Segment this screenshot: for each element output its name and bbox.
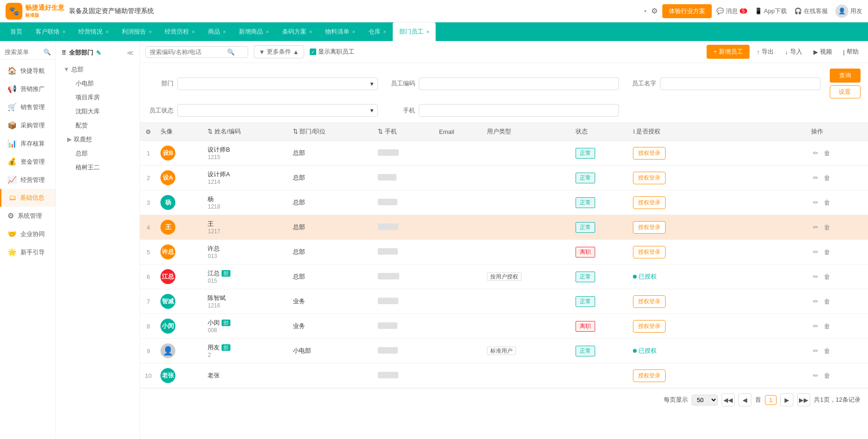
dept-node-2[interactable]: 项目库房 (56, 91, 139, 105)
nav-tab-close-icon[interactable]: × (149, 29, 152, 35)
delete-button[interactable]: 🗑 (822, 223, 832, 231)
edit-button[interactable]: ✏ (811, 322, 820, 330)
col-name[interactable]: ⇅ 姓名/编码 (204, 123, 289, 141)
sidebar-item-guide[interactable]: 🌟新手引导 (0, 243, 56, 261)
edit-button[interactable]: ✏ (811, 149, 820, 157)
auth-button[interactable]: 授权登录 (633, 196, 666, 209)
sidebar-item-quick-nav[interactable]: 🏠快捷导航 (0, 62, 56, 80)
first-page-button[interactable]: ◀◀ (722, 393, 735, 406)
auth-button[interactable]: 授权登录 (633, 147, 666, 160)
employee-search-input[interactable] (150, 49, 224, 56)
show-resigned-toggle[interactable]: ✓ 显示离职员工 (310, 48, 354, 56)
trial-button[interactable]: 体验行业方案 (662, 4, 712, 18)
next-page-button[interactable]: ▶ (780, 393, 793, 406)
nav-tab-客户联络[interactable]: 客户联络× (29, 22, 72, 41)
col-phone[interactable]: ⇅ 手机 (374, 123, 435, 141)
search-input[interactable] (5, 49, 41, 56)
nav-tab-close-icon[interactable]: × (266, 29, 269, 35)
more-filter-button[interactable]: ▼ 更多条件 ▲ (254, 45, 304, 58)
delete-button[interactable]: 🗑 (822, 322, 832, 330)
delete-button[interactable]: 🗑 (822, 199, 832, 206)
edit-button[interactable]: ✏ (811, 372, 820, 379)
dept-filter-select[interactable]: ▾ (177, 77, 378, 90)
delete-button[interactable]: 🗑 (822, 298, 832, 305)
prev-page-button[interactable]: ◀ (738, 393, 751, 406)
emp-status-select[interactable]: ▾ (177, 104, 378, 117)
delete-button[interactable]: 🗑 (822, 248, 832, 256)
col-dept[interactable]: ⇅ 部门/职位 (289, 123, 374, 141)
edit-button[interactable]: ✏ (811, 174, 820, 181)
auth-button[interactable]: 授权登录 (633, 172, 666, 184)
edit-button[interactable]: ✏ (811, 347, 820, 355)
edit-button[interactable]: ✏ (811, 298, 820, 305)
query-button[interactable]: 查询 (830, 69, 861, 83)
delete-button[interactable]: 🗑 (822, 347, 832, 355)
delete-button[interactable]: 🗑 (822, 174, 832, 181)
dept-all[interactable]: ⠿ 全部部门 ✎ (62, 49, 101, 57)
video-button[interactable]: ▶ 视频 (810, 46, 836, 58)
nav-tab-close-icon[interactable]: × (309, 29, 312, 35)
nav-tab-新增商品[interactable]: 新增商品× (232, 22, 275, 41)
phone-input[interactable] (419, 104, 619, 117)
add-employee-button[interactable]: + 新增员工 (707, 45, 749, 59)
nav-tab-close-icon[interactable]: × (62, 29, 65, 35)
delete-button[interactable]: 🗑 (822, 273, 832, 280)
sidebar-item-marketing[interactable]: 📢营销推广 (0, 80, 56, 98)
sidebar-item-operation[interactable]: 📈经营管理 (0, 171, 56, 189)
dept-node-1[interactable]: 小电部 (56, 77, 139, 91)
dept-edit-icon[interactable]: ✎ (96, 49, 101, 56)
edit-button[interactable]: ✏ (811, 199, 820, 206)
delete-button[interactable]: 🗑 (822, 372, 832, 379)
sidebar-item-stock[interactable]: 📊库存核算 (0, 134, 56, 153)
per-page-select[interactable]: 50 20 100 (692, 395, 718, 405)
edit-button[interactable]: ✏ (811, 223, 820, 231)
edit-button[interactable]: ✏ (811, 248, 820, 256)
edit-button[interactable]: ✏ (811, 273, 820, 280)
dept-node-3[interactable]: 沈阳大库 (56, 105, 139, 118)
auth-button[interactable]: 授权登录 (633, 246, 666, 258)
emp-code-input[interactable] (419, 77, 619, 90)
nav-tab-商品[interactable]: 商品× (201, 22, 232, 41)
auth-button[interactable]: 授权登录 (633, 221, 666, 234)
nav-tab-close-icon[interactable]: × (383, 29, 386, 35)
nav-tab-利润报告[interactable]: 利润报告× (115, 22, 158, 41)
nav-tab-首页[interactable]: 首页 (4, 22, 29, 41)
sidebar-item-system[interactable]: ⚙系统管理 (0, 207, 56, 225)
system-dropdown-arrow[interactable]: ▾ (644, 8, 646, 14)
help-button[interactable]: | 帮助 (840, 46, 862, 58)
nav-tab-仓库[interactable]: 仓库× (362, 22, 393, 41)
nav-tab-close-icon[interactable]: × (223, 29, 226, 35)
nav-tab-close-icon[interactable]: × (426, 29, 429, 35)
nav-tab-close-icon[interactable]: × (192, 29, 194, 35)
resigned-checkbox[interactable]: ✓ (310, 49, 316, 55)
dept-node-7[interactable]: 植树王二 (56, 160, 139, 174)
nav-tab-close-icon[interactable]: × (352, 29, 355, 35)
nav-tab-物料清单[interactable]: 物料清单× (319, 22, 361, 41)
sidebar-item-basic[interactable]: 🗂基础信息 (0, 189, 56, 207)
col-settings[interactable]: ⚙ (140, 123, 157, 141)
set-button[interactable]: 设置 (830, 85, 861, 98)
sidebar-item-finance[interactable]: 💰资金管理 (0, 153, 56, 171)
nav-tab-条码方案[interactable]: 条码方案× (276, 22, 319, 41)
auth-button[interactable]: 授权登录 (633, 369, 666, 382)
export-button[interactable]: ↑ 导出 (753, 46, 778, 58)
nav-tab-经营情况[interactable]: 经营情况× (72, 22, 115, 41)
settings-icon[interactable]: ⚙ (651, 7, 658, 15)
sidebar-item-sales[interactable]: 🛒销售管理 (0, 98, 56, 116)
delete-button[interactable]: 🗑 (822, 149, 832, 157)
nav-tab-部门员工[interactable]: 部门员工× (393, 22, 436, 41)
sidebar-item-collab[interactable]: 🤝企业协同 (0, 225, 56, 243)
emp-name-input[interactable] (660, 77, 820, 90)
import-button[interactable]: ↓ 导入 (781, 46, 806, 58)
sidebar-item-purchase[interactable]: 📦采购管理 (0, 116, 56, 134)
nav-tab-经营历程[interactable]: 经营历程× (158, 22, 201, 41)
nav-tab-close-icon[interactable]: × (105, 29, 108, 35)
dept-node-0[interactable]: ▼总部 (56, 63, 139, 77)
app-download-button[interactable]: 📱 App下载 (755, 7, 787, 15)
user-area[interactable]: 👤 用友 (835, 5, 862, 18)
auth-button[interactable]: 授权登录 (633, 295, 666, 308)
last-page-button[interactable]: ▶▶ (797, 393, 810, 406)
dept-node-4[interactable]: 配货 (56, 118, 139, 132)
online-service-button[interactable]: 🎧 在线客服 (794, 7, 828, 15)
message-button[interactable]: 💬 消息 5 (716, 7, 747, 15)
